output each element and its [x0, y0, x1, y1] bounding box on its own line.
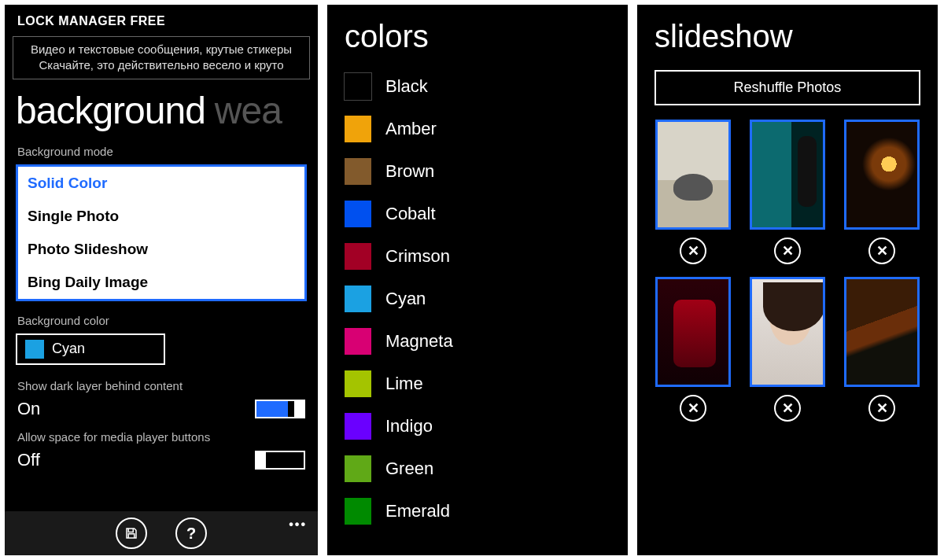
mode-option-single-photo[interactable]: Single Photo [18, 200, 304, 233]
color-label: Lime [385, 374, 423, 394]
color-label: Amber [385, 119, 437, 139]
color-label: Black [385, 76, 428, 97]
color-swatch [345, 498, 371, 525]
remove-photo-button[interactable]: ✕ [774, 395, 801, 422]
reshuffle-button[interactable]: Reshuffle Photos [655, 70, 920, 105]
color-item-green[interactable]: Green [345, 448, 610, 490]
ad-line-2: Скачайте, это действительно весело и кру… [20, 57, 303, 73]
background-color-name: Cyan [52, 341, 85, 357]
panel-background-settings: LOCK MANAGER FREE Видео и текстовые сооб… [5, 5, 318, 555]
color-label: Brown [385, 161, 434, 182]
panel-slideshow: slideshow Reshuffle Photos ✕✕✕✕✕✕ [637, 5, 938, 555]
page-title-slideshow: slideshow [637, 5, 938, 65]
mode-option-bing-daily[interactable]: Bing Daily Image [18, 266, 304, 299]
label-media-space: Allow space for media player buttons [5, 426, 318, 447]
photo-cell: ✕ [653, 120, 733, 264]
color-label: Green [385, 459, 433, 479]
color-label: Magneta [385, 331, 453, 352]
close-icon: ✕ [876, 400, 888, 417]
photo-cell: ✕ [842, 120, 922, 264]
photo-thumbnail[interactable] [655, 120, 731, 230]
color-item-emerald[interactable]: Emerald [345, 490, 610, 532]
photo-cell: ✕ [747, 277, 828, 422]
ad-banner[interactable]: Видео и текстовые сообщения, крутые стик… [13, 36, 310, 79]
color-label: Cyan [385, 289, 426, 309]
color-item-black[interactable]: Black [345, 65, 610, 108]
color-swatch [345, 201, 371, 227]
pivot-tab-background[interactable]: background [16, 89, 205, 132]
color-item-brown[interactable]: Brown [345, 150, 610, 193]
color-item-lime[interactable]: Lime [345, 363, 610, 405]
remove-photo-button[interactable]: ✕ [680, 238, 706, 264]
color-swatch [345, 286, 371, 312]
label-dark-layer: Show dark layer behind content [5, 374, 318, 396]
app-bar: ? ••• [5, 511, 318, 555]
close-icon: ✕ [688, 242, 699, 260]
background-color-picker[interactable]: Cyan [16, 333, 165, 365]
background-color-swatch [25, 340, 44, 359]
ad-line-1: Видео и текстовые сообщения, крутые стик… [20, 42, 303, 57]
photo-thumbnail[interactable] [844, 120, 920, 230]
label-background-color: Background color [5, 309, 318, 330]
color-swatch [345, 73, 371, 100]
close-icon: ✕ [782, 400, 794, 417]
help-icon: ? [186, 525, 196, 543]
media-space-value: Off [17, 450, 40, 470]
close-icon: ✕ [876, 242, 888, 260]
color-swatch [345, 455, 371, 482]
close-icon: ✕ [688, 400, 699, 417]
background-mode-dropdown[interactable]: Solid Color Single Photo Photo Slideshow… [16, 164, 307, 301]
color-swatch [345, 413, 371, 440]
photo-cell: ✕ [747, 120, 828, 264]
pivot-tab-weather[interactable]: wea [215, 89, 282, 132]
color-item-crimson[interactable]: Crimson [345, 235, 610, 278]
color-swatch [345, 116, 371, 142]
save-icon [124, 526, 138, 540]
color-item-indigo[interactable]: Indigo [345, 405, 610, 448]
color-swatch [345, 328, 371, 355]
pivot-header[interactable]: background wea [5, 87, 318, 140]
color-label: Crimson [385, 246, 450, 267]
color-label: Indigo [385, 416, 433, 437]
toggle-row-media-space: Off [5, 447, 318, 477]
toggle-row-dark-layer: On [5, 396, 318, 426]
remove-photo-button[interactable]: ✕ [868, 395, 895, 422]
color-list: BlackAmberBrownCobaltCrimsonCyanMagnetaL… [327, 65, 628, 532]
photo-thumbnail[interactable] [655, 277, 731, 387]
dark-layer-value: On [17, 399, 40, 419]
photo-grid: ✕✕✕✕✕✕ [637, 120, 938, 422]
photo-cell: ✕ [842, 277, 922, 422]
dark-layer-toggle[interactable] [255, 400, 305, 418]
color-label: Emerald [385, 501, 450, 521]
panel-colors: colors BlackAmberBrownCobaltCrimsonCyanM… [327, 5, 628, 555]
color-item-magneta[interactable]: Magneta [345, 320, 610, 363]
color-label: Cobalt [385, 204, 436, 224]
mode-option-photo-slideshow[interactable]: Photo Slideshow [18, 233, 304, 266]
photo-thumbnail[interactable] [750, 120, 825, 230]
color-swatch [345, 158, 371, 185]
save-button[interactable] [116, 518, 147, 549]
mode-option-solid-color[interactable]: Solid Color [18, 167, 304, 200]
page-title-colors: colors [327, 5, 628, 65]
label-background-mode: Background mode [5, 140, 318, 161]
more-button[interactable]: ••• [289, 518, 307, 532]
close-icon: ✕ [782, 242, 794, 260]
remove-photo-button[interactable]: ✕ [680, 395, 706, 422]
color-item-cyan[interactable]: Cyan [345, 278, 610, 320]
remove-photo-button[interactable]: ✕ [868, 238, 895, 264]
color-item-amber[interactable]: Amber [345, 108, 610, 150]
app-title: LOCK MANAGER FREE [5, 5, 318, 33]
photo-thumbnail[interactable] [844, 277, 920, 387]
color-swatch [345, 243, 371, 270]
color-swatch [345, 370, 371, 397]
color-item-cobalt[interactable]: Cobalt [345, 193, 610, 235]
media-space-toggle[interactable] [255, 451, 305, 470]
help-button[interactable]: ? [175, 518, 207, 549]
photo-thumbnail[interactable] [750, 277, 825, 387]
remove-photo-button[interactable]: ✕ [774, 238, 801, 264]
photo-cell: ✕ [653, 277, 733, 422]
